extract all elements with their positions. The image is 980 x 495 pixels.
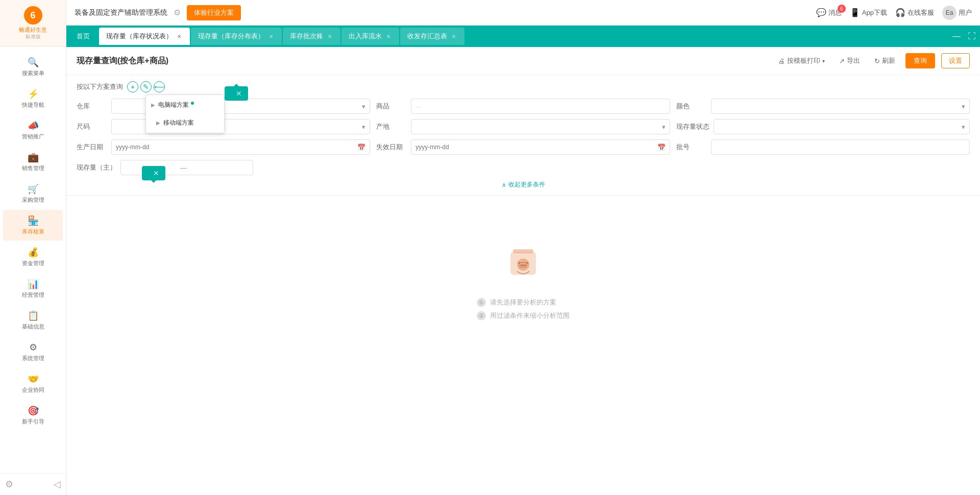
filter-actions: + ✎ ⟵ bbox=[127, 81, 165, 92]
svg-point-7 bbox=[526, 262, 528, 264]
sidebar-bottom: ⚙ ◁ bbox=[0, 473, 66, 495]
filter-section-label: 按以下方案查询 bbox=[77, 82, 123, 91]
phone-icon: 📱 bbox=[850, 8, 860, 17]
dot-indicator bbox=[190, 101, 195, 106]
stock-status-select[interactable]: ▾ bbox=[714, 119, 970, 134]
sidebar-item-guide[interactable]: 🎯 新手引导 bbox=[3, 400, 63, 431]
empty-illustration bbox=[498, 237, 549, 288]
sidebar-item-sales[interactable]: 💼 销售管理 bbox=[3, 147, 63, 177]
filter-color: 颜色 ▾ bbox=[676, 99, 970, 114]
edit-scheme-btn[interactable]: ✎ bbox=[140, 81, 152, 92]
system-title: 装备及固定资产辅助管理系统 bbox=[75, 8, 167, 17]
collapse-btn[interactable]: ∧ 收起更多条件 bbox=[77, 180, 970, 189]
sales-nav-icon: 💼 bbox=[28, 152, 39, 163]
filter-area: 按以下方案查询 + ✎ ⟵ ▶ 电脑端方案 ▶ 移动端方案 bbox=[66, 75, 980, 196]
guide-nav-icon: 🎯 bbox=[28, 405, 39, 416]
produce-date-field[interactable] bbox=[116, 144, 355, 151]
color-select-arrow: ▾ bbox=[962, 103, 965, 110]
empty-tip-1: ① 请先选择要分析的方案 bbox=[477, 298, 570, 307]
sidebar-nav: 🔍 搜索菜单 ⚡ 快捷导航 📣 营销推广 💼 销售管理 🛒 采购管理 🏪 库存核… bbox=[0, 46, 66, 473]
user-menu[interactable]: Ea 用户 bbox=[942, 6, 972, 20]
tab-inout[interactable]: 出入库流水 ✕ bbox=[341, 28, 399, 45]
filter-produce-date: 生产日期 📅 bbox=[77, 139, 370, 155]
sidebar-item-search[interactable]: 🔍 搜索菜单 bbox=[3, 52, 63, 82]
svg-rect-1 bbox=[513, 249, 533, 253]
main-content: 装备及固定资产辅助管理系统 ⚙ 体验行业方案 💬 6 消息 📱 App下载 🎧 … bbox=[66, 0, 980, 495]
stock-qty-max[interactable] bbox=[191, 164, 242, 172]
select-arrow-icon: ▾ bbox=[362, 103, 365, 110]
expire-date-input[interactable]: 📅 bbox=[411, 139, 670, 155]
query-btn[interactable]: 查询 bbox=[905, 53, 935, 68]
header-settings-icon[interactable]: ⚙ bbox=[174, 8, 181, 17]
filter-row-4: 现存量（主） — bbox=[77, 160, 970, 175]
svg-rect-4 bbox=[519, 262, 527, 263]
schema-item-pc[interactable]: ▶ 电脑端方案 bbox=[146, 98, 224, 112]
message-icon: 💬 bbox=[816, 8, 826, 17]
batch-no-input[interactable] bbox=[711, 139, 970, 155]
stock-qty-range[interactable]: — bbox=[120, 160, 253, 175]
sidebar-item-finance[interactable]: 💰 资金管理 bbox=[3, 242, 63, 272]
sidebar-item-operation[interactable]: 📊 经营管理 bbox=[3, 273, 63, 304]
tab-close-stock-status[interactable]: ✕ bbox=[176, 33, 183, 40]
sidebar-item-quick[interactable]: ⚡ 快捷导航 bbox=[3, 83, 63, 114]
produce-date-input[interactable]: 📅 bbox=[111, 139, 370, 155]
tab-stock-dist[interactable]: 现存量（库存分布表） ✕ bbox=[191, 28, 282, 45]
page-header: 现存量查询(按仓库+商品) 🖨 按模板打印 ▾ ↗ 导出 ↻ 刷新 查询 设置 bbox=[66, 47, 980, 75]
print-template-btn[interactable]: 🖨 按模板打印 ▾ bbox=[774, 54, 829, 67]
tab-home[interactable]: 首页 bbox=[68, 28, 98, 45]
export-btn[interactable]: ↗ 导出 bbox=[835, 54, 864, 67]
tab-maximize-icon[interactable]: ⛶ bbox=[966, 32, 978, 41]
tab-close-batch[interactable]: ✕ bbox=[326, 33, 333, 40]
basic-nav-icon: 📋 bbox=[28, 310, 39, 321]
trial-btn[interactable]: 体验行业方案 bbox=[187, 5, 241, 20]
export-icon: ↗ bbox=[839, 57, 845, 65]
filter-header: 按以下方案查询 + ✎ ⟵ bbox=[77, 81, 970, 92]
sidebar-item-marketing[interactable]: 📣 营销推广 bbox=[3, 115, 63, 146]
header-right: 💬 6 消息 📱 App下载 🎧 在线客服 Ea 用户 bbox=[816, 6, 972, 20]
corp-nav-icon: 🤝 bbox=[28, 373, 39, 385]
page-content: 现存量查询(按仓库+商品) 🖨 按模板打印 ▾ ↗ 导出 ↻ 刷新 查询 设置 bbox=[66, 47, 980, 495]
expire-date-field[interactable] bbox=[415, 144, 655, 151]
origin-arrow-icon: ▾ bbox=[662, 123, 666, 131]
tooltip-pc-scheme: ✕ bbox=[225, 86, 248, 101]
tooltip-create-close[interactable]: ✕ bbox=[153, 169, 159, 177]
add-scheme-btn[interactable]: + bbox=[127, 81, 138, 92]
message-btn[interactable]: 💬 6 消息 bbox=[816, 8, 842, 17]
setting-btn[interactable]: 设置 bbox=[941, 53, 970, 68]
calendar-icon: 📅 bbox=[357, 144, 365, 151]
tab-batch[interactable]: 库存批次账 ✕ bbox=[283, 28, 340, 45]
arrow-icon: ▶ bbox=[151, 102, 155, 108]
app-download-btn[interactable]: 📱 App下载 bbox=[850, 8, 887, 17]
expire-calendar-icon: 📅 bbox=[657, 144, 666, 151]
tooltip-pc-close[interactable]: ✕ bbox=[236, 89, 242, 98]
sidebar-item-inventory[interactable]: 🏪 库存核算 bbox=[3, 210, 63, 241]
back-scheme-btn[interactable]: ⟵ bbox=[154, 81, 165, 92]
tab-close-collect[interactable]: ✕ bbox=[450, 33, 457, 40]
tab-close-stock-dist[interactable]: ✕ bbox=[267, 33, 275, 40]
tab-close-inout[interactable]: ✕ bbox=[385, 33, 392, 40]
sidebar-item-purchase[interactable]: 🛒 采购管理 bbox=[3, 178, 63, 209]
tab-minimize-icon[interactable]: — bbox=[950, 32, 963, 41]
refresh-btn[interactable]: ↻ 刷新 bbox=[870, 54, 899, 67]
color-select[interactable]: ▾ bbox=[711, 99, 970, 114]
sidebar-item-basic[interactable]: 📋 基础信息 bbox=[3, 305, 63, 336]
filter-expire-date: 失效日期 📅 bbox=[376, 139, 670, 155]
sidebar-item-corp[interactable]: 🤝 企业协同 bbox=[3, 368, 63, 399]
schema-panel: ▶ 电脑端方案 ▶ 移动端方案 bbox=[145, 95, 225, 133]
tab-collect[interactable]: 收发存汇总表 ✕ bbox=[400, 28, 464, 45]
header-left: 装备及固定资产辅助管理系统 ⚙ 体验行业方案 bbox=[75, 5, 241, 20]
tab-bar: 首页 现存量（库存状况表） ✕ 现存量（库存分布表） ✕ 库存批次账 ✕ 出入库… bbox=[66, 26, 980, 47]
tab-stock-status[interactable]: 现存量（库存状况表） ✕ bbox=[99, 28, 190, 45]
purchase-nav-icon: 🛒 bbox=[28, 183, 39, 195]
origin-select[interactable]: ▾ bbox=[411, 119, 670, 134]
header: 装备及固定资产辅助管理系统 ⚙ 体验行业方案 💬 6 消息 📱 App下载 🎧 … bbox=[66, 0, 980, 26]
svg-point-6 bbox=[518, 262, 520, 264]
logo: 6 畅通好生意 标准版 bbox=[0, 0, 66, 46]
settings-icon[interactable]: ⚙ bbox=[5, 479, 13, 490]
online-support-btn[interactable]: 🎧 在线客服 bbox=[895, 8, 934, 17]
finance-nav-icon: 💰 bbox=[28, 247, 39, 258]
sidebar-item-system[interactable]: ⚙ 系统管理 bbox=[3, 337, 63, 367]
schema-item-mobile[interactable]: ▶ 移动端方案 bbox=[146, 116, 224, 130]
goods-select[interactable]: ··· bbox=[411, 99, 670, 114]
collapse-icon[interactable]: ◁ bbox=[54, 479, 61, 490]
